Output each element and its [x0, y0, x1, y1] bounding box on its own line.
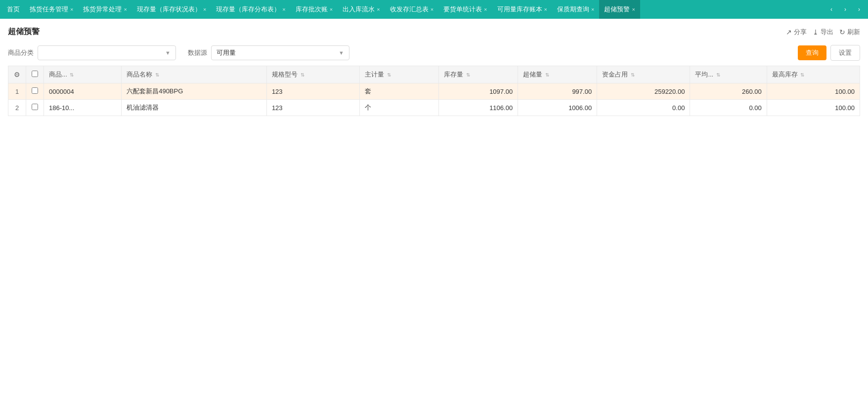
col-avg[interactable]: 平均... ⇅ — [690, 66, 767, 83]
nav-item-inout-flow[interactable]: 出入库流水 × — [338, 0, 385, 19]
nav-close-collect[interactable]: × — [431, 6, 434, 12]
sort-icon-unit: ⇅ — [387, 72, 391, 78]
cell-max-stock: 100.00 — [767, 83, 860, 100]
cell-overstock: 997.00 — [518, 83, 597, 100]
datasource-filter-group: 数据源 可用量 ▼ — [188, 45, 349, 60]
nav-item-home[interactable]: 首页 — [2, 0, 25, 19]
settings-gear-icon[interactable]: ⚙ — [14, 71, 20, 79]
row-checkbox-cell — [26, 100, 44, 116]
nav-item-collect[interactable]: 收发存汇总表 × — [385, 0, 438, 19]
row-num: 2 — [8, 100, 26, 116]
row-checkbox[interactable] — [32, 87, 38, 94]
nav-prev-arrow[interactable]: ‹ — [825, 0, 838, 19]
cell-max-stock: 100.00 — [767, 100, 860, 116]
sort-icon-overstock: ⇅ — [545, 72, 549, 78]
nav-close-stock-dist[interactable]: × — [282, 6, 285, 12]
cell-stock: 1097.00 — [439, 83, 518, 100]
col-settings: ⚙ — [8, 66, 26, 83]
share-button[interactable]: ↗ 分享 — [786, 28, 807, 37]
sort-icon-stock: ⇅ — [466, 72, 470, 78]
nav-close-avail-stock[interactable]: × — [544, 6, 547, 12]
row-num: 1 — [8, 83, 26, 100]
col-spec[interactable]: 规格型号 ⇅ — [266, 66, 359, 83]
cell-product-code: 186-10... — [44, 100, 122, 116]
sort-icon-spec: ⇅ — [301, 72, 304, 78]
nav-item-avail-stock[interactable]: 可用量库存账本 × — [492, 0, 552, 19]
datasource-label: 数据源 — [188, 48, 207, 57]
datasource-select-value: 可用量 — [217, 48, 236, 57]
refresh-icon: ↻ — [839, 28, 845, 36]
nav-item-stock-dist[interactable]: 现存量（库存分布表） × — [211, 0, 290, 19]
col-capital[interactable]: 资金占用 ⇅ — [597, 66, 690, 83]
row-checkbox-cell — [26, 83, 44, 100]
nav-item-stock-status[interactable]: 现存量（库存状况表） × — [132, 0, 211, 19]
table-header-row: ⚙ 商品... ⇅ 商品名称 ⇅ 规格型号 ⇅ 主计量 — [8, 66, 860, 83]
refresh-button[interactable]: ↻ 刷新 — [839, 28, 860, 37]
cell-unit: 个 — [360, 100, 439, 116]
col-product-code[interactable]: 商品... ⇅ — [44, 66, 122, 83]
page-title: 超储预警 — [8, 27, 40, 37]
share-icon: ↗ — [786, 28, 792, 36]
nav-close-overstock[interactable]: × — [632, 6, 635, 12]
cell-spec: 123 — [266, 83, 359, 100]
cell-capital: 0.00 — [597, 100, 690, 116]
col-max-stock[interactable]: 最高库存 ⇅ — [767, 66, 860, 83]
nav-right-section: ‹ › › — [825, 0, 866, 19]
export-icon: ⤓ — [813, 28, 819, 36]
category-chevron-icon: ▼ — [165, 50, 171, 56]
nav-item-order-stat[interactable]: 要货单统计表 × — [438, 0, 492, 19]
row-checkbox[interactable] — [32, 104, 38, 110]
cell-avg: 260.00 — [690, 83, 767, 100]
sort-icon-product-name: ⇅ — [155, 72, 159, 78]
col-checkbox — [26, 66, 44, 83]
cell-unit: 套 — [360, 83, 439, 100]
select-all-checkbox[interactable] — [32, 71, 38, 77]
datasource-chevron-icon: ▼ — [339, 50, 344, 56]
cell-product-name: 六配套新昌490BPG — [122, 83, 267, 100]
query-button[interactable]: 查询 — [798, 45, 826, 60]
cell-product-code: 0000004 — [44, 83, 122, 100]
nav-more-arrow[interactable]: › — [852, 0, 866, 19]
export-button[interactable]: ⤓ 导出 — [813, 28, 833, 37]
nav-close-order-stat[interactable]: × — [484, 6, 487, 12]
nav-next-arrow[interactable]: › — [838, 0, 852, 19]
category-label: 商品分类 — [8, 48, 34, 57]
category-select[interactable]: ▼ — [38, 45, 176, 60]
table-row: 1 0000004 六配套新昌490BPG 123 套 1097.00 997.… — [8, 83, 860, 100]
nav-item-batch[interactable]: 库存批次账 × — [291, 0, 338, 19]
page-header: 超储预警 ↗ 分享 ⤓ 导出 ↻ 刷新 — [8, 27, 860, 37]
nav-close-expiry[interactable]: × — [591, 6, 594, 12]
nav-close-task-mgmt[interactable]: × — [70, 6, 73, 12]
page-content: 超储预警 ↗ 分享 ⤓ 导出 ↻ 刷新 商品分类 ▼ — [0, 19, 868, 395]
sort-icon-avg: ⇅ — [716, 72, 720, 78]
nav-close-abnormal[interactable]: × — [124, 6, 127, 12]
sort-icon-max-stock: ⇅ — [800, 72, 804, 78]
col-unit[interactable]: 主计量 ⇅ — [360, 66, 439, 83]
nav-item-expiry[interactable]: 保质期查询 × — [552, 0, 599, 19]
category-filter-group: 商品分类 ▼ — [8, 45, 176, 60]
col-stock[interactable]: 库存量 ⇅ — [439, 66, 518, 83]
cell-avg: 0.00 — [690, 100, 767, 116]
sort-icon-product-code: ⇅ — [70, 72, 74, 78]
nav-close-batch[interactable]: × — [330, 6, 333, 12]
col-product-name[interactable]: 商品名称 ⇅ — [122, 66, 267, 83]
cell-product-name: 机油滤清器 — [122, 100, 267, 116]
nav-item-abnormal[interactable]: 拣货异常处理 × — [78, 0, 131, 19]
cell-overstock: 1006.00 — [518, 100, 597, 116]
col-overstock[interactable]: 超储量 ⇅ — [518, 66, 597, 83]
cell-stock: 1106.00 — [439, 100, 518, 116]
nav-close-inout-flow[interactable]: × — [377, 6, 380, 12]
datasource-select[interactable]: 可用量 ▼ — [211, 45, 349, 60]
data-table: ⚙ 商品... ⇅ 商品名称 ⇅ 规格型号 ⇅ 主计量 — [8, 66, 860, 116]
nav-close-stock-status[interactable]: × — [203, 6, 206, 12]
nav-item-overstock[interactable]: 超储预警 × — [599, 0, 640, 19]
settings-button[interactable]: 设置 — [830, 45, 860, 61]
nav-bar: 首页 拣货任务管理 × 拣货异常处理 × 现存量（库存状况表） × 现存量（库存… — [0, 0, 868, 19]
cell-capital: 259220.00 — [597, 83, 690, 100]
cell-spec: 123 — [266, 100, 359, 116]
table-row: 2 186-10... 机油滤清器 123 个 1106.00 1006.00 … — [8, 100, 860, 116]
nav-item-task-mgmt[interactable]: 拣货任务管理 × — [25, 0, 78, 19]
header-actions: ↗ 分享 ⤓ 导出 ↻ 刷新 — [786, 28, 860, 37]
sort-icon-capital: ⇅ — [631, 72, 635, 78]
